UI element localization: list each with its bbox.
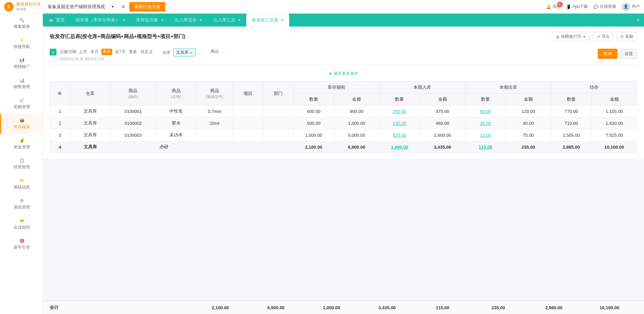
sidebar-item-coop[interactable]: 🤝 企业协同 [0,214,43,234]
date-btn-7days[interactable]: 近7天 [114,49,126,55]
goods-ellipsis[interactable]: ... [221,49,225,54]
expand-chevron-icon: ▼ [329,71,333,76]
date-btn-this-year[interactable]: 本年 [101,49,112,55]
row-3-spec [196,129,233,141]
tab-stock-dist-label: 现存量（库存分布表） [76,17,120,23]
th-open-qty: 数量 [294,94,334,105]
warehouse-tag-close-icon[interactable]: × [190,50,193,55]
sidebar-item-basic[interactable]: 📁 基础信息 [0,174,43,194]
user-btn[interactable]: 👤 用户 [622,2,640,11]
online-service-btn[interactable]: 💬 在线客服 [593,4,616,10]
manage-icon: 📋 [19,158,24,163]
phone-icon: 📱 [566,4,571,9]
subtotal-in-qty[interactable]: 1,000.00 [379,141,420,153]
total-bar: 合计 2,100.00 6,900.00 1,000.00 3,435.00 1… [43,300,644,314]
table-row: 2 文具库 0100002 胶水 20ml 500.00 1,000.00 [50,117,637,129]
export-icon: ↗ [597,34,600,39]
row-2-bal-amt: 1,420.00 [592,117,637,129]
row-2-in-qty[interactable]: 230.00 [379,117,420,129]
sidebar-item-sales[interactable]: 📊 销售管理 [0,74,43,94]
total-label: 合计 [50,304,186,311]
tab-inout-summary[interactable]: 出入库汇总 × [208,14,246,27]
sidebar-item-manage[interactable]: 📋 经营管理 [0,154,43,174]
row-2-out-qty[interactable]: 20.00 [465,117,506,129]
sidebar-item-marketing[interactable]: 📢 营销推广 [0,54,43,74]
header-actions: 🖨 按模板打印 ▼ ↗ 导出 ↻ 刷新 [552,32,637,41]
tab-stock-dist[interactable]: 现存量（库存分布表） × [70,14,131,27]
row-2-no: 2 [50,117,70,129]
app-download-label: App下载 [573,4,588,10]
th-group-out: 本期出库 [465,82,551,94]
th-dept: 部门 [263,82,294,105]
table-settings-icon: ⚙ [58,91,62,96]
row-1-out-amt: 120.00 [506,105,551,117]
tab-inout-summary-close[interactable]: × [238,18,241,22]
tab-batch[interactable]: 库存批次账 × [131,14,169,27]
table-container: ⚙ 仓库 商品(编码) 商品(名称) 商品(规格型号) 项目 部门 库存期初 本… [50,81,637,153]
sidebar-item-search[interactable]: 🔍 搜索菜单 [0,14,43,34]
sidebar-item-warehouse[interactable]: 📦 库存核算 [0,114,43,134]
filter-expand-btn[interactable]: » [50,49,56,55]
app-download-btn[interactable]: 📱 App下载 [566,4,588,10]
tab-batch-close[interactable]: × [161,18,164,22]
row-1-in-qty[interactable]: 250.00 [379,105,420,117]
th-warehouse: 仓库 [70,82,111,105]
print-btn[interactable]: 🖨 按模板打印 ▼ [552,32,590,41]
system-icon: ⚙ [20,198,24,203]
tab-recv-send-summary[interactable]: 收发存汇总表 × [246,14,289,27]
tab-inout-flow-label: 出入库流水 [175,17,197,23]
print-icon: 🖨 [556,34,560,39]
row-3-in-qty[interactable]: 520.00 [379,129,420,141]
total-bal-amt: 10,100.00 [582,305,637,310]
date-btn-this-month[interactable]: 本月 [90,49,99,55]
tab-inout-flow[interactable]: 出入库流水 × [169,14,208,27]
total-in-qty: 1,000.00 [304,305,359,310]
row-3-out-amt: 75.00 [506,129,551,141]
warehouse-filter-tag[interactable]: 文具库 × [173,49,196,56]
row-3-out-qty[interactable]: 15.00 [465,129,506,141]
row-2-out-amt: 40.00 [506,117,551,129]
th-settings[interactable]: ⚙ [50,82,70,105]
row-3-no: 3 [50,129,70,141]
logo-text-area: 畅捷通好生意 标准版 [16,2,41,12]
tab-inout-flow-close[interactable]: × [199,18,202,22]
subtotal-out-qty[interactable]: 115.00 [465,141,506,153]
date-btn-more[interactable]: 更多 [128,49,138,55]
sidebar-item-finance[interactable]: 💰 资金管理 [0,134,43,154]
main-body: 🔍 搜索菜单 ⚡ 快捷导航 📢 营销推广 📊 销售管理 🛒 采购管理 📦 [0,14,644,314]
message-btn[interactable]: 🔔 消息 6 [546,4,561,10]
sidebar-item-quick-nav[interactable]: ⚡ 快捷导航 [0,34,43,54]
print-label: 按模板打印 [561,34,581,39]
row-1-out-qty[interactable]: 80.00 [465,105,506,117]
warehouse-ellipsis[interactable]: ... [198,50,202,55]
row-3-open-amt: 5,000.00 [334,129,379,141]
tab-recv-send-summary-close[interactable]: × [281,18,284,22]
tab-home[interactable]: 🏠 首页 [43,14,70,27]
system-selector[interactable]: ▼ [108,4,117,10]
subtotal-code [111,141,156,153]
query-btn[interactable]: 查询 [598,49,617,59]
date-btn-last-month[interactable]: 上月 [78,49,88,55]
tab-stock-dist-close[interactable]: × [122,18,125,22]
sidebar-item-purchase[interactable]: 🛒 采购管理 [0,94,43,114]
warehouse-filter-section: 仓库 文具库 × ... [162,49,202,56]
sidebar-item-system[interactable]: ⚙ 系统管理 [0,194,43,214]
filter-settings-btn[interactable]: 设置 [620,49,637,59]
goods-filter-label: 商品 [211,49,219,54]
sidebar-label-marketing: 营销推广 [14,64,30,70]
table-row: 1 文具库 0100001 中性笔 0.7mm 600.00 900.00 [50,105,637,117]
total-in-amt: 3,435.00 [359,305,415,310]
date-btn-custom[interactable]: 自定义 [140,49,153,55]
experience-btn[interactable]: 体验行业方案 [129,2,165,12]
total-out-qty: 115.00 [415,305,470,310]
tab-bar-close-btn[interactable]: × [636,17,640,24]
warehouse-tag-value: 文具库 [176,50,188,55]
logo-text: 畅捷通好生意 [16,2,41,7]
expand-conditions-btn[interactable]: ▼ 展开更多条件 [329,69,359,79]
settings-icon-btn[interactable]: ⚙ [120,3,127,11]
sidebar-item-guide[interactable]: 🎯 新手引导 [0,234,43,254]
refresh-btn[interactable]: ↻ 刷新 [617,32,637,41]
refresh-label: 刷新 [625,34,633,39]
export-btn[interactable]: ↗ 导出 [593,32,613,41]
row-1-code: 0100001 [111,105,156,117]
